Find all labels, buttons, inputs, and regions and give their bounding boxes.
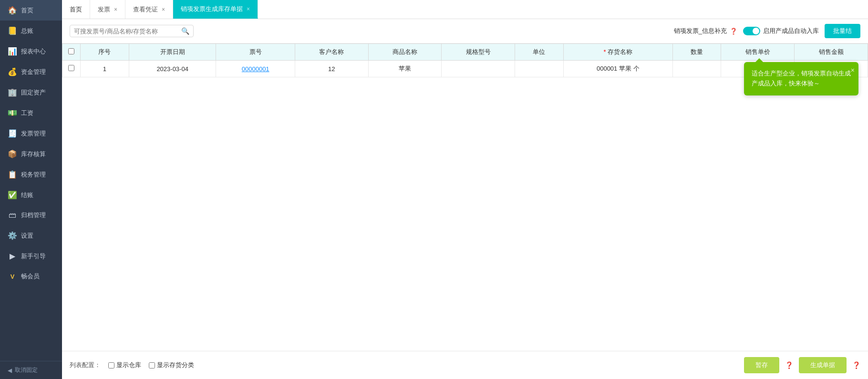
row-ticket-no[interactable]: 00000001 <box>216 61 295 77</box>
sidebar-label-ledger: 总账 <box>21 27 33 35</box>
row-unit <box>515 61 564 77</box>
fixed-icon: 🏢 <box>8 88 17 97</box>
row-seq: 1 <box>81 61 129 77</box>
row-checkbox-cell <box>62 61 81 77</box>
sidebar-label-settle: 结账 <box>21 191 33 200</box>
sidebar-pin-toggle[interactable]: ◀ 取消固定 <box>0 361 62 379</box>
tab-voucher[interactable]: 查看凭证 × <box>125 0 173 19</box>
tab-voucher-close[interactable]: × <box>162 6 165 13</box>
row-checkbox[interactable] <box>68 65 74 71</box>
sidebar-item-ledger[interactable]: 📒 总账 <box>0 21 62 41</box>
bottom-actions: 暂存 ❓ 生成单据 ❓ <box>744 357 860 373</box>
tab-stock-receipt[interactable]: 销项发票生成库存单据 × <box>173 0 258 19</box>
info-help-icon[interactable]: ❓ <box>730 28 737 35</box>
list-config-label: 列表配置： <box>70 361 101 369</box>
show-category-label[interactable]: 显示存货分类 <box>149 361 194 369</box>
sidebar-item-report[interactable]: 📊 报表中心 <box>0 41 62 62</box>
tab-home[interactable]: 首页 <box>62 0 90 19</box>
sidebar-label-tax: 税务管理 <box>21 170 46 179</box>
tooltip-close-btn[interactable]: × <box>851 65 855 75</box>
sidebar: 🏠 首页 📒 总账 📊 报表中心 💰 资金管理 🏢 固定资产 💵 工资 🧾 发票… <box>0 0 62 379</box>
col-header-spec: 规格型号 <box>442 44 515 61</box>
show-warehouse-checkbox[interactable] <box>108 362 114 368</box>
col-header-ticket-no: 票号 <box>216 44 295 61</box>
capital-icon: 💰 <box>8 67 17 76</box>
sidebar-item-vip[interactable]: V 畅会员 <box>0 266 62 286</box>
col-header-checkbox <box>62 44 81 61</box>
bottom-bar: 列表配置： 显示仓库 显示存货分类 暂存 ❓ 生成单据 ❓ <box>62 351 868 379</box>
row-customer: 12 <box>295 61 368 77</box>
settle-icon: ✅ <box>8 190 17 200</box>
pin-icon: ◀ <box>8 367 12 374</box>
col-header-unit: 单位 <box>515 44 564 61</box>
show-warehouse-text: 显示仓库 <box>116 361 141 369</box>
search-box[interactable]: 🔍 <box>70 25 194 37</box>
tab-stock-receipt-label: 销项发票生成库存单据 <box>181 5 243 13</box>
sidebar-item-capital[interactable]: 💰 资金管理 <box>0 62 62 82</box>
invoice-icon: 🧾 <box>8 129 17 138</box>
ledger-icon: 📒 <box>8 26 17 35</box>
sidebar-label-guide: 新手引导 <box>21 252 46 261</box>
sidebar-item-fixed[interactable]: 🏢 固定资产 <box>0 82 62 103</box>
select-all-checkbox[interactable] <box>68 48 74 54</box>
sidebar-label-capital: 资金管理 <box>21 68 46 76</box>
sidebar-label-archive: 归档管理 <box>21 211 46 220</box>
settings-icon: ⚙️ <box>8 231 17 240</box>
toolbar-top: 🔍 销项发票_信息补充 ❓ 启用产成品自动入库 批量结 × 适合生产型企业，销项… <box>62 19 868 43</box>
sidebar-label-report: 报表中心 <box>21 47 46 56</box>
col-header-date: 开票日期 <box>129 44 216 61</box>
sidebar-item-inventory[interactable]: 📦 库存核算 <box>0 144 62 164</box>
sidebar-item-settle[interactable]: ✅ 结账 <box>0 185 62 205</box>
tab-voucher-label: 查看凭证 <box>133 5 158 14</box>
toggle-area: 启用产成品自动入库 <box>743 27 819 35</box>
save-help-icon[interactable]: ❓ <box>785 361 793 369</box>
tab-bar: 首页 发票 × 查看凭证 × 销项发票生成库存单据 × <box>62 0 868 19</box>
sidebar-label-invoice: 发票管理 <box>21 129 46 138</box>
row-quantity <box>672 61 721 77</box>
tab-home-label: 首页 <box>70 5 82 14</box>
tax-icon: 📋 <box>8 170 17 179</box>
archive-icon: 🗃 <box>8 211 17 220</box>
col-header-amount: 销售金额 <box>795 44 868 61</box>
tab-invoice-label: 发票 <box>98 5 110 14</box>
sidebar-label-vip: 畅会员 <box>21 272 40 281</box>
tab-invoice[interactable]: 发票 × <box>90 0 125 19</box>
main-area: 首页 发票 × 查看凭证 × 销项发票生成库存单据 × 🔍 销项发票_信息补充 … <box>62 0 868 379</box>
sidebar-item-archive[interactable]: 🗃 归档管理 <box>0 205 62 225</box>
sidebar-item-tax[interactable]: 📋 税务管理 <box>0 164 62 185</box>
tab-invoice-close[interactable]: × <box>114 6 117 13</box>
col-header-inventory: 存货名称 <box>563 44 672 61</box>
pin-label: 取消固定 <box>15 366 38 374</box>
generate-button[interactable]: 生成单据 <box>799 357 847 373</box>
sidebar-label-fixed: 固定资产 <box>21 88 46 97</box>
inventory-icon: 📦 <box>8 149 17 158</box>
toggle-label: 启用产成品自动入库 <box>763 27 819 35</box>
row-spec <box>442 61 515 77</box>
sidebar-item-home[interactable]: 🏠 首页 <box>0 0 62 21</box>
sidebar-label-labor: 工资 <box>21 109 33 117</box>
col-header-product: 商品名称 <box>368 44 442 61</box>
batch-button[interactable]: 批量结 <box>825 24 860 38</box>
show-warehouse-label[interactable]: 显示仓库 <box>108 361 141 369</box>
sidebar-item-invoice[interactable]: 🧾 发票管理 <box>0 123 62 144</box>
search-input[interactable] <box>74 28 178 35</box>
ticket-no-link[interactable]: 00000001 <box>242 65 269 73</box>
row-date: 2023-03-04 <box>129 61 216 77</box>
search-icon[interactable]: 🔍 <box>181 27 189 35</box>
col-header-quantity: 数量 <box>672 44 721 61</box>
generate-help-icon[interactable]: ❓ <box>852 361 860 369</box>
home-icon: 🏠 <box>8 6 17 15</box>
sidebar-label-home: 首页 <box>21 6 33 15</box>
sidebar-item-guide[interactable]: ▶ 新手引导 <box>0 246 62 266</box>
row-inventory: 000001 苹果 个 <box>563 61 672 77</box>
save-button[interactable]: 暂存 <box>744 357 779 373</box>
sidebar-item-settings[interactable]: ⚙️ 设置 <box>0 225 62 246</box>
sidebar-item-labor[interactable]: 💵 工资 <box>0 103 62 123</box>
report-icon: 📊 <box>8 47 17 56</box>
labor-icon: 💵 <box>8 108 17 117</box>
tab-stock-receipt-close[interactable]: × <box>247 6 250 12</box>
page-content: 🔍 销项发票_信息补充 ❓ 启用产成品自动入库 批量结 × 适合生产型企业，销项… <box>62 19 868 379</box>
show-category-text: 显示存货分类 <box>157 361 194 369</box>
show-category-checkbox[interactable] <box>149 362 155 368</box>
auto-warehouse-toggle[interactable] <box>743 27 760 35</box>
